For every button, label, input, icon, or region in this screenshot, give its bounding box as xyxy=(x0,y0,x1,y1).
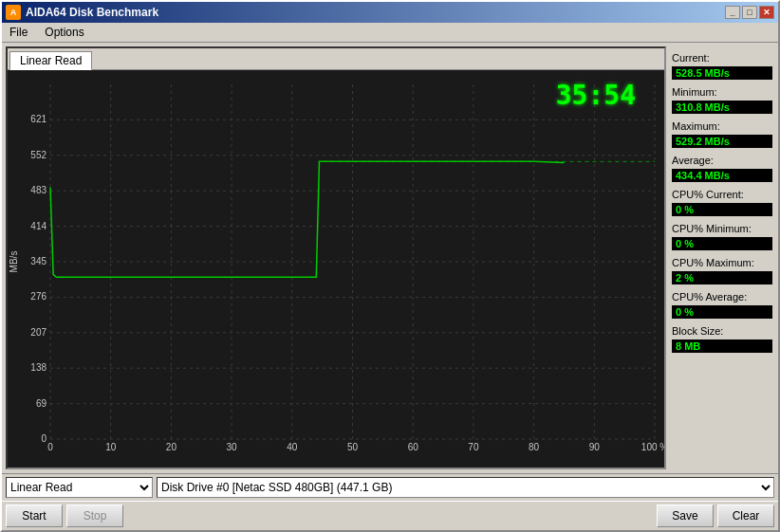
window-title: AIDA64 Disk Benchmark xyxy=(26,6,158,19)
chart-panel: Linear Read 35:54 xyxy=(6,46,666,469)
cpu-maximum-value: 2 % xyxy=(672,271,772,284)
title-bar: A AIDA64 Disk Benchmark _ □ ✕ xyxy=(2,2,778,23)
menu-bar: File Options xyxy=(2,23,778,43)
cpu-average-label: CPU% Average: xyxy=(672,291,772,303)
block-size-label: Block Size: xyxy=(672,325,772,337)
cpu-minimum-value: 0 % xyxy=(672,237,772,250)
app-icon: A xyxy=(6,5,21,20)
stop-button[interactable]: Stop xyxy=(66,504,123,527)
average-label: Average: xyxy=(672,155,772,166)
tab-strip: Linear Read xyxy=(8,48,664,70)
clear-button[interactable]: Clear xyxy=(717,504,774,527)
menu-file[interactable]: File xyxy=(6,25,31,40)
maximum-value: 529.2 MB/s xyxy=(672,135,772,148)
tab-linear-read[interactable]: Linear Read xyxy=(9,51,92,70)
minimum-value: 310.8 MB/s xyxy=(672,101,772,114)
current-label: Current: xyxy=(672,52,772,64)
title-bar-left: A AIDA64 Disk Benchmark xyxy=(6,5,158,20)
stats-panel: Current: 528.5 MB/s Minimum: 310.8 MB/s … xyxy=(670,46,774,469)
maximize-button[interactable]: □ xyxy=(742,6,757,19)
btn-group-right: Save Clear xyxy=(657,504,774,527)
current-value: 528.5 MB/s xyxy=(672,66,772,80)
cpu-maximum-label: CPU% Maximum: xyxy=(672,257,772,268)
start-button[interactable]: Start xyxy=(6,504,63,527)
benchmark-chart xyxy=(8,70,664,468)
timer-display: 35:54 xyxy=(556,80,636,111)
drive-dropdown[interactable]: Disk Drive #0 [Netac SSD 480GB] (447.1 G… xyxy=(157,477,774,498)
main-window: A AIDA64 Disk Benchmark _ □ ✕ File Optio… xyxy=(0,0,780,532)
cpu-current-label: CPU% Current: xyxy=(672,189,772,200)
content-area: Linear Read 35:54 Current: 528.5 MB/s Mi… xyxy=(2,43,778,473)
cpu-current-value: 0 % xyxy=(672,203,772,216)
maximum-label: Maximum: xyxy=(672,120,772,132)
chart-area: 35:54 xyxy=(8,70,664,468)
cpu-average-value: 0 % xyxy=(672,305,772,319)
close-button[interactable]: ✕ xyxy=(759,6,774,19)
block-size-value: 8 MB xyxy=(672,339,772,353)
minimum-label: Minimum: xyxy=(672,86,772,98)
save-button[interactable]: Save xyxy=(657,504,714,527)
title-buttons: _ □ ✕ xyxy=(725,6,774,19)
cpu-minimum-label: CPU% Minimum: xyxy=(672,223,772,234)
test-type-dropdown[interactable]: Linear Read xyxy=(6,477,153,498)
menu-options[interactable]: Options xyxy=(41,25,87,40)
bottom-bar: Linear Read Disk Drive #0 [Netac SSD 480… xyxy=(2,473,778,501)
bottom-buttons: Start Stop Save Clear xyxy=(2,501,778,530)
btn-group-left: Start Stop xyxy=(6,504,123,527)
average-value: 434.4 MB/s xyxy=(672,169,772,182)
minimize-button[interactable]: _ xyxy=(725,6,740,19)
